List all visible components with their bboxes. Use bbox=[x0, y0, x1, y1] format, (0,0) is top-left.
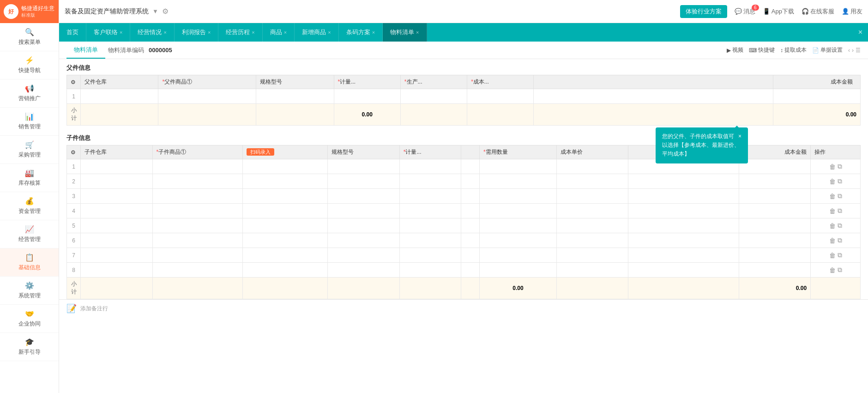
nav-tab-7[interactable]: 条码方案× bbox=[339, 23, 383, 42]
sidebar-item-8[interactable]: 📋基础信息 bbox=[0, 248, 59, 277]
child-product-1[interactable] bbox=[152, 159, 242, 174]
child-spec-2[interactable] bbox=[328, 174, 400, 189]
sidebar-item-5[interactable]: 🏭库存核算 bbox=[0, 164, 59, 192]
add-note-icon[interactable]: 📝 bbox=[66, 303, 77, 314]
child-spec-1[interactable] bbox=[328, 159, 400, 174]
nav-tab-close-3[interactable]: × bbox=[208, 30, 211, 35]
view-btn[interactable]: ▶ 视频 bbox=[727, 46, 743, 54]
child-qty-6[interactable] bbox=[480, 233, 557, 248]
nav-tab-6[interactable]: 新增商品× bbox=[295, 23, 338, 42]
nav-tab-3[interactable]: 利润报告× bbox=[175, 23, 218, 42]
child-product-2[interactable] bbox=[152, 174, 242, 189]
child-warehouse-2[interactable] bbox=[81, 174, 153, 189]
child-price-6[interactable] bbox=[556, 233, 628, 248]
child-warehouse-3[interactable] bbox=[81, 189, 153, 204]
child-product-3[interactable] bbox=[152, 189, 242, 204]
child-spec-8[interactable] bbox=[328, 263, 400, 278]
nav-tab-2[interactable]: 经营情况× bbox=[130, 23, 174, 42]
child-warehouse-6[interactable] bbox=[81, 233, 153, 248]
sidebar-item-11[interactable]: 🎓新手引导 bbox=[0, 333, 59, 361]
child-spec-6[interactable] bbox=[328, 233, 400, 248]
scan-input-btn[interactable]: 扫码录入 bbox=[247, 148, 274, 156]
sidebar-item-1[interactable]: ⚡快捷导航 bbox=[0, 51, 59, 79]
app-download-btn[interactable]: 📱 App下载 bbox=[763, 7, 794, 16]
copy-icon-5[interactable]: ⧉ bbox=[838, 222, 842, 230]
child-qty-4[interactable] bbox=[480, 204, 557, 218]
copy-icon-7[interactable]: ⧉ bbox=[838, 251, 842, 259]
child-warehouse-5[interactable] bbox=[81, 218, 153, 233]
child-unit-8[interactable] bbox=[399, 263, 461, 278]
user-avatar[interactable]: 👤 用友 bbox=[842, 7, 862, 16]
child-product-8[interactable] bbox=[152, 263, 242, 278]
child-warehouse-1[interactable] bbox=[81, 159, 153, 174]
child-product-7[interactable] bbox=[152, 248, 242, 263]
child-qty-7[interactable] bbox=[480, 248, 557, 263]
child-unit-1[interactable] bbox=[399, 159, 461, 174]
nav-tab-close-1[interactable]: × bbox=[120, 30, 122, 35]
child-price-1[interactable] bbox=[556, 159, 628, 174]
sidebar-item-3[interactable]: 📊销售管理 bbox=[0, 108, 59, 136]
nav-tab-close-2[interactable]: × bbox=[163, 30, 166, 35]
sidebar-item-6[interactable]: 💰资金管理 bbox=[0, 192, 59, 220]
delete-icon-8[interactable]: 🗑 bbox=[829, 266, 836, 274]
delete-icon-5[interactable]: 🗑 bbox=[829, 222, 836, 230]
copy-icon-6[interactable]: ⧉ bbox=[838, 236, 842, 244]
tooltip-close-btn[interactable]: × bbox=[738, 132, 741, 141]
online-service-btn[interactable]: 🎧 在线客服 bbox=[802, 7, 834, 16]
parent-warehouse-1[interactable] bbox=[81, 89, 158, 104]
child-qty-8[interactable] bbox=[480, 263, 557, 278]
child-unit-4[interactable] bbox=[399, 204, 461, 218]
child-product-5[interactable] bbox=[152, 218, 242, 233]
nav-tab-close-4[interactable]: × bbox=[252, 30, 254, 35]
dropdown-arrow-icon[interactable]: ▼ bbox=[152, 8, 158, 15]
child-qty-1[interactable] bbox=[480, 159, 557, 174]
child-price-7[interactable] bbox=[556, 248, 628, 263]
child-price-4[interactable] bbox=[556, 204, 628, 218]
child-warehouse-4[interactable] bbox=[81, 204, 153, 218]
copy-icon-4[interactable]: ⧉ bbox=[838, 207, 842, 215]
delete-icon-2[interactable]: 🗑 bbox=[829, 178, 836, 185]
sidebar-item-7[interactable]: 📈经营管理 bbox=[0, 220, 59, 248]
nav-tab-4[interactable]: 经营历程× bbox=[218, 23, 262, 42]
sidebar-item-2[interactable]: 📢营销推广 bbox=[0, 79, 59, 108]
child-unit-5[interactable] bbox=[399, 218, 461, 233]
nav-tab-close-7[interactable]: × bbox=[372, 30, 375, 35]
child-unit-6[interactable] bbox=[399, 233, 461, 248]
child-price-8[interactable] bbox=[556, 263, 628, 278]
extract-cost-btn[interactable]: ↕ 提取成本 bbox=[780, 46, 807, 54]
parent-prod-1[interactable] bbox=[400, 89, 467, 104]
child-product-4[interactable] bbox=[152, 204, 242, 218]
copy-icon-2[interactable]: ⧉ bbox=[838, 177, 842, 185]
delete-icon-7[interactable]: 🗑 bbox=[829, 252, 836, 259]
parent-cost-1[interactable] bbox=[467, 89, 534, 104]
child-warehouse-8[interactable] bbox=[81, 263, 153, 278]
child-qty-5[interactable] bbox=[480, 218, 557, 233]
copy-icon-3[interactable]: ⧉ bbox=[838, 192, 842, 200]
message-icon-btn[interactable]: 💬 消息 6 bbox=[735, 7, 755, 16]
child-qty-3[interactable] bbox=[480, 189, 557, 204]
copy-icon-8[interactable]: ⧉ bbox=[838, 266, 842, 274]
child-col-settings[interactable]: ⚙ bbox=[67, 145, 81, 159]
child-price-2[interactable] bbox=[556, 174, 628, 189]
tab-material-list[interactable]: 物料清单 bbox=[66, 42, 105, 59]
nav-tab-8[interactable]: 物料清单× bbox=[383, 23, 427, 42]
delete-icon-6[interactable]: 🗑 bbox=[829, 237, 836, 244]
sidebar-item-10[interactable]: 🤝企业协同 bbox=[0, 305, 59, 333]
next-icon[interactable]: › bbox=[852, 47, 854, 54]
settings-icon[interactable]: ⚙ bbox=[162, 7, 169, 16]
sidebar-item-0[interactable]: 🔍搜索菜单 bbox=[0, 23, 59, 51]
nav-tab-0[interactable]: 首页 bbox=[59, 23, 86, 42]
nav-tab-close-8[interactable]: × bbox=[416, 30, 419, 35]
child-spec-4[interactable] bbox=[328, 204, 400, 218]
list-view-icon[interactable]: ☰ bbox=[856, 47, 861, 54]
sidebar-item-9[interactable]: ⚙️系统管理 bbox=[0, 277, 59, 305]
nav-tab-5[interactable]: 商品× bbox=[263, 23, 295, 42]
parent-qty-1[interactable] bbox=[334, 89, 400, 104]
child-price-3[interactable] bbox=[556, 189, 628, 204]
prev-icon[interactable]: ‹ bbox=[848, 47, 850, 54]
nav-tab-close-6[interactable]: × bbox=[328, 30, 331, 35]
nav-tab-1[interactable]: 客户联络× bbox=[86, 23, 130, 42]
sidebar-item-4[interactable]: 🛒采购管理 bbox=[0, 136, 59, 164]
shortcut-btn[interactable]: ⌨ 快捷键 bbox=[749, 46, 775, 54]
delete-icon-1[interactable]: 🗑 bbox=[829, 163, 836, 170]
